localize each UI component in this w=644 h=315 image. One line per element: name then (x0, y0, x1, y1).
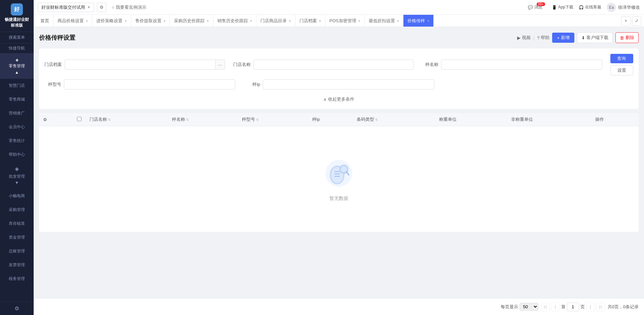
tab-label-min-discount: 最低折扣设置 (369, 18, 395, 24)
sidebar-item-general-ledger[interactable]: 总账管理 (0, 244, 34, 258)
tab-min-discount[interactable]: 最低折扣设置 × (365, 15, 403, 27)
collapse-btn[interactable]: ∧ 收起更多条件 (319, 95, 358, 104)
sidebar-item-retail-management[interactable]: ◈ 零售管理 ▲ (0, 54, 34, 79)
page-word: 算 (561, 304, 566, 310)
store-archive-input[interactable] (65, 60, 216, 70)
tab-purchase-history[interactable]: 采购历史价跟踪 × (170, 15, 213, 27)
close-tab-pos-management[interactable]: × (358, 19, 360, 23)
download-label: 客户端下载 (586, 35, 608, 41)
store-name-input[interactable] (253, 60, 414, 70)
sidebar-item-smart-store[interactable]: 智慧门店 (0, 79, 34, 93)
close-tab-price-scale[interactable]: × (427, 19, 429, 23)
table-card: ⚙ 门店名称 ⇅ 秤名称 (39, 113, 639, 232)
tab-commodity-price[interactable]: 商品价格设置 × (53, 15, 92, 27)
sidebar-logo: 好 畅捷通好业财标准版 (0, 0, 34, 32)
tab-purchase-strategy[interactable]: 进价策略设置 × (92, 15, 131, 27)
help-icon: ? (537, 35, 539, 40)
app-logo-title: 畅捷通好业财标准版 (5, 17, 29, 28)
settings-icon[interactable]: ⚙ (14, 305, 19, 312)
table-body: 暂无数据 (39, 126, 639, 232)
sidebar-item-marketing[interactable]: 营销推广 (0, 106, 34, 120)
th-gear[interactable]: ⚙ (39, 113, 73, 126)
select-all-checkbox[interactable] (77, 117, 81, 121)
close-tab-purchase-history[interactable]: × (207, 19, 209, 23)
page-header: 价格传秤设置 ▶ 视频 | ? 帮助 + 新增 ⬇ 客户端下载 (39, 32, 639, 43)
th-barcode-type-sort[interactable]: 条码类型 ⇅ (357, 116, 431, 123)
sidebar-quick-nav[interactable]: 快捷导航 (0, 43, 34, 54)
close-tab-commodity-price[interactable]: × (86, 19, 88, 23)
sidebar-item-tax[interactable]: 税务管理 (0, 272, 34, 286)
download-btn[interactable]: ⬇ 客户端下载 (577, 32, 613, 43)
messages-btn[interactable]: 💬 消息 99+ (528, 4, 542, 10)
user-menu[interactable]: Ea 徐泽华修改 (607, 3, 640, 12)
th-scale-name-label: 秤名称 (172, 116, 185, 123)
sidebar-item-purchase[interactable]: 采购管理 (0, 203, 34, 217)
first-page-btn[interactable]: ⟨⟨ (541, 303, 550, 311)
close-tab-min-discount[interactable]: × (397, 19, 399, 23)
tab-pos-management[interactable]: POS加密管理 × (325, 15, 365, 27)
online-service-btn[interactable]: 🎧 在线客服 (579, 4, 601, 10)
sidebar-item-invoice[interactable]: 发票管理 (0, 258, 34, 272)
app-download-btn[interactable]: 📱 App下载 (552, 4, 573, 10)
sidebar-item-label-fund: 资金管理 (9, 235, 25, 240)
wholesale-icon: ◈ (15, 166, 19, 172)
sidebar-item-retail-stats[interactable]: 零售统计 (0, 134, 34, 148)
collapse-arrow-icon: ∧ (323, 97, 327, 102)
close-tab-sale-price[interactable]: × (164, 19, 166, 23)
th-scale-model-sort[interactable]: 秤型号 ⇅ (242, 116, 304, 123)
version-selector[interactable]: 好业财标准版交付试用 ▼ (38, 3, 94, 12)
close-tab-store-archive[interactable]: × (319, 19, 321, 23)
total-text: 共0页，0条记录 (608, 304, 639, 310)
next-page-btn[interactable]: ⟩ (586, 303, 595, 311)
th-checkbox (73, 113, 85, 126)
scale-ip-input[interactable] (263, 79, 434, 90)
online-service-label: 在线客服 (585, 4, 601, 10)
sidebar-item-retail-mall[interactable]: 零售商城 (0, 93, 34, 106)
sidebar-item-member-center[interactable]: 会员中心 (0, 120, 34, 134)
add-btn[interactable]: + 新增 (552, 33, 574, 43)
page-content: 价格传秤设置 ▶ 视频 | ? 帮助 + 新增 ⬇ 客户端下载 (34, 27, 644, 298)
sidebar-item-xiaochang[interactable]: 小畅电商 (0, 189, 34, 203)
page-size-dropdown[interactable]: 10 20 50 100 (520, 303, 538, 311)
empty-state-cell: 暂无数据 (39, 126, 639, 232)
page-number-input[interactable] (567, 303, 579, 311)
sidebar-item-help-center[interactable]: 帮助中心 (0, 148, 34, 162)
tab-label-commodity-price: 商品价格设置 (58, 18, 84, 24)
close-tab-sale-history[interactable]: × (250, 19, 252, 23)
store-archive-dots-btn[interactable]: ··· (216, 60, 225, 70)
sidebar-item-wholesale-management[interactable]: ◈ 批发管理 ▼ (0, 162, 34, 189)
last-page-btn[interactable]: ⟩⟩ (596, 303, 605, 311)
tab-sale-price[interactable]: 售价提取设置 × (131, 15, 170, 27)
scale-model-input[interactable] (64, 79, 235, 90)
empty-text: 暂无数据 (329, 196, 348, 202)
close-all-tabs-btn[interactable]: × (621, 16, 631, 26)
tab-store-archive[interactable]: 门店档案 × (295, 15, 325, 27)
help-label: 帮助 (541, 35, 549, 41)
help-btn[interactable]: ? 帮助 (537, 35, 549, 41)
scale-name-input[interactable] (441, 60, 602, 70)
fullscreen-btn[interactable]: ⤢ (632, 16, 641, 26)
tab-home[interactable]: 首页 (36, 15, 53, 27)
collapse-label: 收起更多条件 (328, 96, 354, 102)
avatar: Ea (607, 3, 616, 12)
topbar-settings-btn[interactable]: ⚙ (97, 3, 106, 12)
gear-icon: ⚙ (100, 5, 104, 10)
tab-sale-history[interactable]: 销售历史价跟踪 × (213, 15, 256, 27)
demo-link[interactable]: ○ 我要看实例演示 (109, 3, 149, 12)
prev-page-btn[interactable]: ⟨ (551, 303, 560, 311)
tab-label-purchase-strategy: 进价策略设置 (96, 18, 122, 24)
delete-btn[interactable]: 🗑 删除 (615, 32, 639, 43)
close-tab-purchase-strategy[interactable]: × (124, 19, 127, 23)
th-scale-name-sort[interactable]: 秤名称 ⇅ (172, 116, 234, 123)
sidebar-item-inventory[interactable]: 库存核算 (0, 217, 34, 231)
demo-text: 我要看实例演示 (116, 4, 146, 10)
settings-btn[interactable]: 设置 (610, 65, 633, 75)
query-btn[interactable]: 查询 (610, 54, 633, 63)
tab-price-scale[interactable]: 价格传秤 × (403, 15, 433, 27)
sidebar-item-fund[interactable]: 资金管理 (0, 231, 34, 244)
th-store-name-sort[interactable]: 门店名称 ⇅ (90, 116, 164, 123)
video-btn[interactable]: ▶ 视频 (517, 35, 531, 41)
close-tab-store-catalog[interactable]: × (289, 19, 291, 23)
tab-store-catalog[interactable]: 门店商品目录 × (256, 15, 295, 27)
sidebar-search[interactable]: 搜索菜单 (0, 32, 34, 43)
